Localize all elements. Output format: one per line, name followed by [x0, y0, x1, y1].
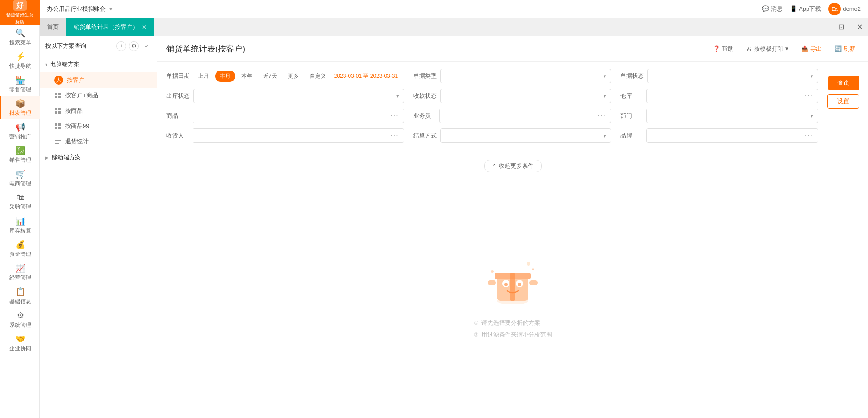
print-label: 按模板打印 — [754, 45, 783, 53]
collapse-more-area: ⌃ 收起更多条件 — [157, 156, 868, 176]
warehouse-select[interactable]: ··· — [646, 89, 818, 103]
svg-rect-23 — [488, 280, 496, 285]
svg-rect-14 — [55, 143, 59, 144]
order-type-select[interactable]: ▾ — [440, 69, 611, 83]
tab-close-icon[interactable]: ✕ — [142, 24, 146, 30]
sidebar-item-search[interactable]: 🔍 搜索菜单 — [0, 25, 40, 49]
goods-select[interactable]: ··· — [193, 109, 404, 123]
scheme-return-stats-icon — [54, 138, 61, 145]
scheme-item-customer-goods[interactable]: 按客户+商品 — [40, 88, 157, 103]
svg-rect-9 — [58, 124, 61, 126]
sidebar-label-marketing: 营销推广 — [9, 133, 31, 141]
sidebar-item-marketing[interactable]: 📢 营销推广 — [0, 119, 40, 143]
date-btn-this-month[interactable]: 本月 — [215, 71, 235, 82]
collect-status-filter: 收款状态 ▾ — [413, 89, 611, 103]
filter-row-3: 商品 ··· 业务员 ··· — [166, 109, 818, 123]
brand-select[interactable]: ··· — [646, 128, 818, 143]
group-expand-icon: ▾ — [45, 62, 47, 67]
scheme-item-by-goods[interactable]: 按商品 — [40, 103, 157, 119]
salesman-dots: ··· — [598, 112, 606, 120]
order-type-label: 单据类型 — [413, 72, 437, 80]
payment-select[interactable]: ▾ — [440, 128, 611, 143]
order-status-label: 单据状态 — [620, 72, 644, 80]
sidebar-item-purchase[interactable]: 🛍 采购管理 — [0, 190, 40, 214]
sidebar-item-sales[interactable]: 💹 销售管理 — [0, 143, 40, 166]
sidebar-item-management[interactable]: 📈 经营管理 — [0, 261, 40, 284]
ecommerce-icon: 🛒 — [15, 169, 25, 179]
sidebar-item-ecommerce[interactable]: 🛒 电商管理 — [0, 166, 40, 190]
tab-maximize-button[interactable]: ⊡ — [833, 23, 849, 31]
sidebar-item-retail[interactable]: 🏪 零售管理 — [0, 72, 40, 96]
sidebar-label-collab: 企业协同 — [9, 345, 31, 352]
date-btn-this-year[interactable]: 本年 — [237, 71, 257, 82]
scheme-item-by-goods-99[interactable]: 按商品99 — [40, 119, 157, 134]
sidebar-item-inventory[interactable]: 📊 库存核算 — [0, 214, 40, 237]
hint-2-num: ② — [474, 332, 479, 338]
scheme-group-mobile-header[interactable]: ▶ 移动端方案 — [40, 149, 157, 166]
scheme-item-by-customer[interactable]: 人 按客户 — [40, 72, 157, 88]
recipient-filter: 收货人 ··· — [166, 128, 404, 143]
app-download-icon: 📱 — [790, 5, 797, 12]
query-button[interactable]: 查询 — [828, 76, 859, 90]
avatar-text: Ea — [832, 6, 838, 12]
goods-dots: ··· — [390, 112, 399, 120]
refresh-label: 刷新 — [844, 45, 855, 53]
header-title: 办公用品行业模拟账套 — [47, 5, 106, 13]
header-dropdown-icon[interactable]: ▾ — [109, 5, 113, 12]
scheme-by-customer-label: 按客户 — [67, 76, 85, 84]
scheme-group-desktop-header[interactable]: ▾ 电脑端方案 — [40, 56, 157, 72]
collect-status-select[interactable]: ▾ — [440, 89, 611, 103]
tab-home[interactable]: 首页 — [40, 18, 66, 36]
settings-button[interactable]: 设置 — [827, 94, 859, 109]
dept-select[interactable]: ▾ — [646, 109, 818, 123]
order-status-select[interactable]: ▾ — [647, 69, 818, 83]
recipient-select[interactable]: ··· — [193, 128, 404, 143]
collapse-more-button[interactable]: ⌃ 收起更多条件 — [484, 160, 542, 172]
tab-sales-report-label: 销货单统计表（按客户） — [74, 23, 138, 31]
recipient-dots: ··· — [390, 132, 399, 140]
sidebar-item-collab[interactable]: 🤝 企业协同 — [0, 331, 40, 355]
sidebar-label-sales: 销售管理 — [9, 157, 31, 164]
print-button[interactable]: 🖨 按模板打印 ▾ — [743, 43, 792, 55]
date-btn-more[interactable]: 更多 — [283, 71, 303, 82]
sidebar-item-quick-nav[interactable]: ⚡ 快捷导航 — [0, 49, 40, 72]
sidebar-item-finance[interactable]: 💰 资金管理 — [0, 237, 40, 261]
message-button[interactable]: 💬 消息 — [762, 5, 783, 13]
date-btn-last-month[interactable]: 上月 — [193, 71, 213, 82]
scheme-group-mobile: ▶ 移动端方案 — [40, 149, 157, 166]
date-filter-item: 单据日期 上月 本月 本年 近7天 更多 自定义 2023-03-01 至 20… — [166, 71, 404, 82]
refresh-button[interactable]: 🔄 刷新 — [831, 43, 859, 55]
scheme-collapse-button[interactable]: « — [142, 41, 151, 51]
export-icon: 📤 — [801, 45, 808, 52]
svg-rect-11 — [58, 127, 61, 129]
date-btn-custom[interactable]: 自定义 — [305, 71, 330, 82]
svg-rect-8 — [55, 124, 57, 126]
scheme-edit-button[interactable]: ⚙ — [129, 41, 139, 51]
app-download-label: App下载 — [799, 5, 821, 13]
svg-rect-1 — [58, 93, 61, 95]
print-dropdown-icon: ▾ — [785, 45, 788, 52]
date-btn-last-7-days[interactable]: 近7天 — [259, 71, 282, 82]
out-status-select[interactable]: ▾ — [193, 89, 404, 103]
sidebar-item-basic-info[interactable]: 📋 基础信息 — [0, 284, 40, 308]
help-button[interactable]: ❓ 帮助 — [709, 43, 737, 55]
order-type-chevron: ▾ — [604, 73, 606, 79]
goods-label: 商品 — [166, 112, 189, 120]
tab-sales-report[interactable]: 销货单统计表（按客户） ✕ — [66, 18, 154, 36]
export-button[interactable]: 📤 导出 — [797, 43, 826, 55]
sidebar-item-wholesale[interactable]: 📦 批发管理 — [0, 96, 40, 119]
svg-rect-10 — [55, 127, 57, 129]
tab-bar: 首页 销货单统计表（按客户） ✕ ⊡ ✕ — [40, 18, 868, 36]
payment-label: 结算方式 — [413, 132, 437, 140]
logo-icon: 好 — [13, 0, 27, 11]
dept-label: 部门 — [620, 112, 643, 120]
svg-rect-18 — [510, 273, 515, 301]
empty-illustration — [486, 256, 540, 310]
app-download-button[interactable]: 📱 App下载 — [790, 5, 821, 13]
window-close-button[interactable]: ✕ — [851, 23, 868, 31]
scheme-add-button[interactable]: + — [116, 41, 126, 51]
sidebar-item-system[interactable]: ⚙ 系统管理 — [0, 308, 40, 331]
salesman-select[interactable]: ··· — [439, 109, 611, 123]
scheme-item-return-stats[interactable]: 退货统计 — [40, 134, 157, 149]
user-profile[interactable]: Ea demo2 — [828, 3, 861, 15]
